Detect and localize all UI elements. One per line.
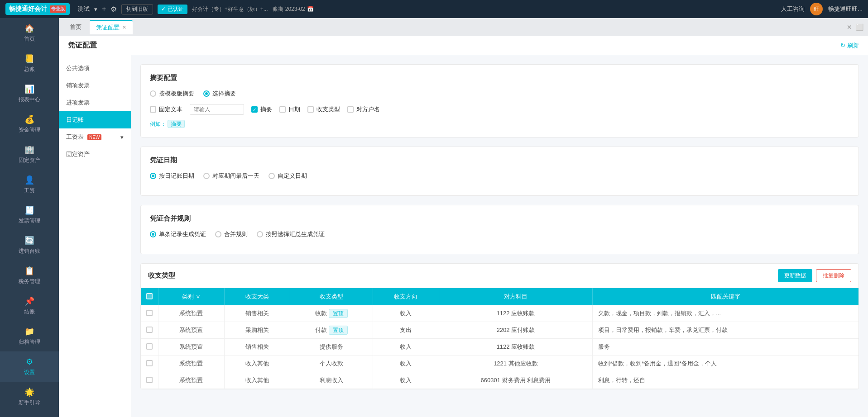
td-major: 采购相关 (224, 322, 290, 339)
row-checkbox[interactable] (146, 377, 153, 383)
summary-config-title: 摘要配置 (150, 74, 849, 82)
reset-tag[interactable]: 置顶 (329, 326, 348, 335)
left-nav-label: 销项发票 (66, 81, 90, 90)
tab-voucher-config[interactable]: 凭证配置 ✕ (90, 20, 133, 34)
expand-arrow-icon: ▾ (120, 134, 124, 141)
radio-merge-rules[interactable]: 合并规则 (215, 230, 248, 238)
sidebar-item-close[interactable]: 📌 结账 (0, 291, 59, 321)
radio-single-record[interactable]: 单条记录生成凭证 (150, 230, 206, 238)
th-category[interactable]: 类别 ∨ (158, 288, 225, 305)
checkbox-income-type[interactable]: 收支类型 (307, 105, 340, 114)
switch-version-button[interactable]: 切到旧版 (121, 4, 153, 14)
purchase-icon: 🔄 (24, 236, 34, 246)
radio-circle (150, 90, 156, 97)
left-nav-item-salary-sheet[interactable]: 工资表 NEW ▾ (59, 128, 131, 146)
settings-icon[interactable]: ⚙ (110, 5, 117, 14)
refresh-button[interactable]: ↻ 刷新 (840, 42, 859, 50)
row-checkbox[interactable] (146, 310, 153, 316)
tab-home[interactable]: 首页 (63, 20, 88, 34)
sidebar-item-settings[interactable]: ⚙ 设置 (0, 351, 59, 382)
sidebar-item-funds[interactable]: 💰 资金管理 (0, 109, 59, 139)
select-all-checkbox[interactable] (146, 293, 153, 299)
radio-journal-date[interactable]: 按日记账日期 (150, 172, 194, 180)
sidebar-item-reports[interactable]: 📊 报表中心 (0, 79, 59, 109)
income-expense-table: 类别 ∨ 收支大类 收支类型 收支方向 对方科目 匹配关键字 系统预置 销售相关… (141, 288, 858, 389)
row-checkbox[interactable] (146, 360, 153, 366)
sidebar-item-tax[interactable]: 📋 税务管理 (0, 261, 59, 291)
sidebar-item-guide[interactable]: 🌟 新手引导 (0, 382, 59, 412)
table-header: 类别 ∨ 收支大类 收支类型 收支方向 对方科目 匹配关键字 (141, 288, 858, 305)
sidebar-item-label: 进销台账 (19, 247, 40, 255)
left-nav-item-sales-invoice[interactable]: 销项发票 (59, 77, 131, 94)
radio-select-summary[interactable]: 选择摘要 (203, 90, 236, 98)
sidebar-item-member[interactable]: ♛ 畅会员 (0, 412, 59, 417)
checkbox-label: 固定文本 (159, 105, 182, 114)
tab-close-icon[interactable]: ✕ (122, 24, 126, 30)
row-checkbox[interactable] (146, 327, 153, 333)
radio-custom-date[interactable]: 自定义日期 (269, 172, 307, 180)
checkbox-label: 收支类型 (317, 105, 340, 114)
sidebar-item-label: 首页 (24, 35, 35, 43)
radio-label: 按模板版摘要 (159, 90, 194, 98)
left-nav: 公共选项 销项发票 进项发票 日记账 工资表 NEW ▾ (59, 55, 131, 417)
reset-tag[interactable]: 置顶 (329, 309, 348, 318)
radio-label: 选择摘要 (212, 90, 236, 98)
voucher-date-title: 凭证日期 (150, 156, 849, 165)
td-category: 系统预置 (158, 322, 225, 339)
service-label[interactable]: 人工咨询 (781, 5, 805, 13)
company-info: 好会计（专）+好生意（标）+... (192, 5, 268, 13)
tab-voucher-label: 凭证配置 (96, 24, 120, 32)
sidebar-item-archive[interactable]: 📁 归档管理 (0, 321, 59, 351)
radio-label: 单条记录生成凭证 (159, 230, 206, 238)
td-type: 利息收入 (290, 372, 373, 389)
checkbox-date[interactable]: 日期 (279, 105, 300, 114)
left-nav-item-purchase-invoice[interactable]: 进项发票 (59, 94, 131, 111)
calendar-icon[interactable]: 📅 (307, 6, 314, 12)
row-checkbox[interactable] (146, 343, 153, 350)
radio-label: 自定义日期 (278, 172, 307, 180)
sidebar-item-invoice[interactable]: 🧾 发票管理 (0, 200, 59, 230)
app-logo: 畅捷通好会计 专业版 (5, 3, 70, 15)
radio-template-summary[interactable]: 按模板版摘要 (150, 90, 194, 98)
sidebar-item-label: 总账 (24, 66, 35, 73)
sidebar-item-home[interactable]: 🏠 首页 (0, 18, 59, 48)
tab-home-label: 首页 (70, 23, 82, 31)
radio-circle (203, 173, 210, 179)
funds-icon: 💰 (24, 114, 34, 124)
td-checkbox[interactable] (141, 355, 158, 372)
fixed-text-input[interactable] (190, 104, 244, 115)
left-nav-item-public[interactable]: 公共选项 (59, 60, 131, 77)
batch-delete-button[interactable]: 批量删除 (816, 269, 851, 282)
window-close-icon[interactable]: ✕ (847, 24, 852, 31)
sidebar-item-purchase[interactable]: 🔄 进销台账 (0, 230, 59, 261)
checkbox-fixed-text[interactable]: 固定文本 (150, 105, 182, 114)
td-direction: 收入 (373, 305, 439, 322)
radio-label: 按照选择汇总生成凭证 (266, 230, 325, 238)
td-checkbox[interactable] (141, 322, 158, 339)
dropdown-arrow-icon[interactable]: ▾ (94, 6, 97, 13)
radio-summary-generate[interactable]: 按照选择汇总生成凭证 (257, 230, 325, 238)
checkbox-summary[interactable]: ✓ 摘要 (251, 105, 272, 114)
left-nav-item-fixed-assets[interactable]: 固定资产 (59, 146, 131, 163)
example-tag: 摘要 (168, 120, 185, 128)
td-keywords: 收到*借款，收到*备用金，退回*备用金，个人 (593, 355, 858, 372)
main-content: 摘要配置 按模板版摘要 选择摘要 (131, 55, 868, 417)
th-checkbox[interactable] (141, 288, 158, 305)
sidebar-item-salary[interactable]: 👤 工资 (0, 170, 59, 200)
update-data-button[interactable]: 更新数据 (778, 269, 812, 282)
td-checkbox[interactable] (141, 305, 158, 322)
td-checkbox[interactable] (141, 339, 158, 355)
radio-circle (257, 231, 263, 237)
sidebar-item-ledger[interactable]: 📒 总账 (0, 48, 59, 79)
window-maximize-icon[interactable]: ⬜ (856, 24, 863, 31)
td-type: 付款 置顶 (290, 322, 373, 339)
sidebar-item-assets[interactable]: 🏢 固定资产 (0, 139, 59, 170)
radio-period-last-day[interactable]: 对应期间最后一天 (203, 172, 259, 180)
add-button[interactable]: + (102, 5, 106, 13)
avatar[interactable]: 旺 (810, 3, 823, 15)
left-nav-item-journal[interactable]: 日记账 (59, 111, 131, 128)
sidebar-item-label: 工资 (24, 187, 35, 194)
period-value: 2023-02 (285, 6, 305, 12)
checkbox-counterpart-name[interactable]: 对方户名 (347, 105, 380, 114)
td-checkbox[interactable] (141, 372, 158, 389)
